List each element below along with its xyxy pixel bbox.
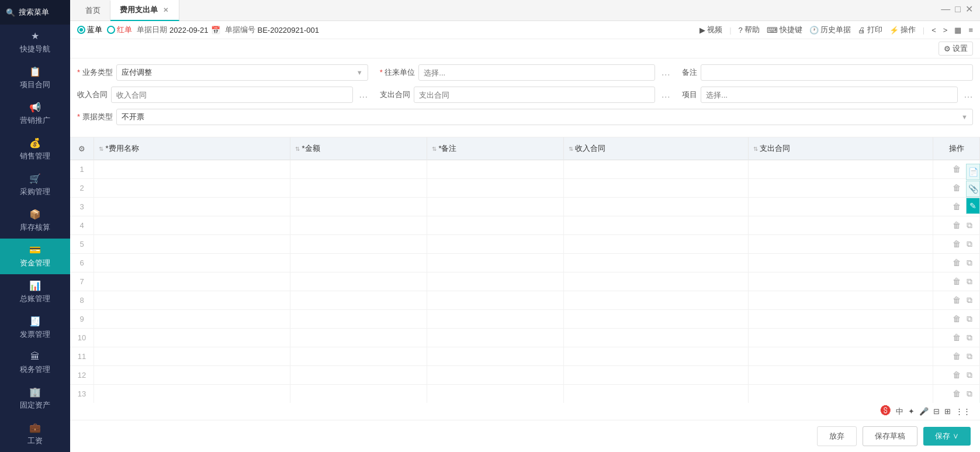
row-amount-3[interactable]	[290, 198, 427, 216]
row-expense-contract-2[interactable]	[748, 179, 933, 198]
sidebar-item-2[interactable]: 📢 营销推广	[0, 96, 70, 132]
table-settings-icon[interactable]: ⚙	[75, 142, 89, 156]
row-remark-13[interactable]	[427, 385, 563, 403]
shortcut-action[interactable]: ⌨ 快捷键	[767, 25, 802, 35]
row-expense-name-8[interactable]	[94, 291, 290, 310]
row-expense-name-7[interactable]	[94, 272, 290, 291]
row-delete-icon-1[interactable]: 🗑	[953, 164, 961, 174]
row-income-contract-10[interactable]	[563, 329, 748, 347]
th-amount[interactable]: ⇅ *金额	[290, 137, 427, 160]
tab-0[interactable]: 首页	[76, 1, 110, 20]
row-copy-icon-11[interactable]: ⧉	[967, 351, 972, 361]
row-income-contract-5[interactable]	[563, 235, 748, 254]
row-income-contract-4[interactable]	[563, 216, 748, 235]
row-delete-icon-8[interactable]: 🗑	[953, 295, 961, 305]
remark-input[interactable]	[701, 64, 973, 81]
row-expense-name-4[interactable]	[94, 216, 290, 235]
tab-1[interactable]: 费用支出单✕	[110, 0, 179, 21]
row-amount-8[interactable]	[290, 291, 427, 310]
row-amount-11[interactable]	[290, 347, 427, 366]
row-copy-icon-8[interactable]: ⧉	[967, 295, 972, 305]
row-copy-icon-4[interactable]: ⧉	[967, 220, 972, 230]
maximize-button[interactable]: □	[955, 4, 961, 15]
expense-contract-more-icon[interactable]: …	[661, 89, 670, 100]
help-action[interactable]: ? 帮助	[739, 25, 760, 35]
row-remark-6[interactable]	[427, 254, 563, 272]
row-copy-icon-13[interactable]: ⧉	[967, 389, 972, 398]
row-income-contract-6[interactable]	[563, 254, 748, 272]
row-amount-9[interactable]	[290, 310, 427, 329]
row-amount-13[interactable]	[290, 385, 427, 403]
nav-prev-button[interactable]: <	[931, 26, 936, 34]
blue-bill-radio[interactable]: 蓝单	[77, 25, 102, 35]
row-expense-name-3[interactable]	[94, 198, 290, 216]
calendar-icon[interactable]: 📅	[211, 26, 220, 34]
close-button[interactable]: ✕	[965, 4, 973, 15]
row-expense-name-10[interactable]	[94, 329, 290, 347]
th-remark[interactable]: ⇅ *备注	[427, 137, 563, 160]
row-expense-contract-11[interactable]	[748, 347, 933, 366]
row-income-contract-12[interactable]	[563, 366, 748, 385]
row-income-contract-7[interactable]	[563, 272, 748, 291]
row-copy-icon-10[interactable]: ⧉	[967, 333, 972, 342]
partner-more-icon[interactable]: …	[661, 67, 670, 78]
search-menu-button[interactable]: 🔍 搜索菜单	[0, 0, 70, 25]
row-expense-name-11[interactable]	[94, 347, 290, 366]
row-delete-icon-4[interactable]: 🗑	[953, 220, 961, 230]
project-input[interactable]	[701, 87, 958, 103]
row-remark-12[interactable]	[427, 366, 563, 385]
row-remark-8[interactable]	[427, 291, 563, 310]
sidebar-item-4[interactable]: 🛒 采购管理	[0, 167, 70, 203]
grid-view-button[interactable]: ▦	[954, 26, 961, 34]
row-expense-contract-6[interactable]	[748, 254, 933, 272]
th-income-contract[interactable]: ⇅ 收入合同	[563, 137, 748, 160]
row-amount-12[interactable]	[290, 366, 427, 385]
number-value[interactable]: BE-20220921-001	[258, 26, 320, 34]
row-expense-name-6[interactable]	[94, 254, 290, 272]
income-contract-more-icon[interactable]: …	[359, 89, 368, 100]
row-delete-icon-5[interactable]: 🗑	[953, 239, 961, 249]
invoice-type-select[interactable]: 不开票 ▼	[116, 109, 973, 125]
sidebar-item-5[interactable]: 📦 库存核算	[0, 203, 70, 239]
side-icon-3[interactable]: ✎	[966, 198, 980, 214]
row-expense-contract-4[interactable]	[748, 216, 933, 235]
row-amount-10[interactable]	[290, 329, 427, 347]
row-delete-icon-9[interactable]: 🗑	[953, 314, 961, 323]
expense-contract-input[interactable]	[414, 87, 656, 103]
print-action[interactable]: 🖨 打印	[858, 25, 882, 35]
business-type-select[interactable]: 应付调整 ▼	[116, 64, 368, 81]
row-remark-4[interactable]	[427, 216, 563, 235]
row-income-contract-13[interactable]	[563, 385, 748, 403]
video-action[interactable]: ▶ 视频	[699, 25, 722, 35]
row-amount-5[interactable]	[290, 235, 427, 254]
row-copy-icon-5[interactable]: ⧉	[967, 239, 972, 249]
row-remark-10[interactable]	[427, 329, 563, 347]
tab-close-1[interactable]: ✕	[161, 5, 169, 14]
partner-input[interactable]	[418, 64, 655, 81]
sidebar-item-7[interactable]: 📊 总账管理	[0, 274, 70, 310]
abandon-button[interactable]: 放弃	[817, 426, 857, 446]
row-expense-contract-1[interactable]	[748, 160, 933, 179]
row-expense-name-5[interactable]	[94, 235, 290, 254]
row-expense-contract-8[interactable]	[748, 291, 933, 310]
row-expense-contract-7[interactable]	[748, 272, 933, 291]
sidebar-item-6[interactable]: 💳 资金管理	[0, 239, 70, 274]
row-delete-icon-11[interactable]: 🗑	[953, 351, 961, 361]
row-expense-contract-13[interactable]	[748, 385, 933, 403]
sidebar-item-0[interactable]: ★ 快捷导航	[0, 25, 70, 60]
sidebar-item-1[interactable]: 📋 项目合同	[0, 60, 70, 96]
row-copy-icon-6[interactable]: ⧉	[967, 258, 972, 267]
row-income-contract-1[interactable]	[563, 160, 748, 179]
row-income-contract-2[interactable]	[563, 179, 748, 198]
project-more-icon[interactable]: …	[964, 89, 973, 100]
row-income-contract-3[interactable]	[563, 198, 748, 216]
row-income-contract-8[interactable]	[563, 291, 748, 310]
side-icon-2[interactable]: 📎	[966, 181, 980, 197]
row-expense-contract-10[interactable]	[748, 329, 933, 347]
row-expense-name-2[interactable]	[94, 179, 290, 198]
save-draft-button[interactable]: 保存草稿	[863, 426, 917, 446]
row-remark-7[interactable]	[427, 272, 563, 291]
row-remark-3[interactable]	[427, 198, 563, 216]
row-expense-contract-9[interactable]	[748, 310, 933, 329]
row-remark-11[interactable]	[427, 347, 563, 366]
